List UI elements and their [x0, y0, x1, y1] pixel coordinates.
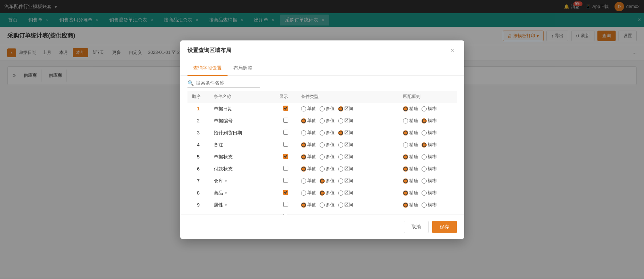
type-radio-多值[interactable]: [320, 166, 325, 172]
type-option-多值[interactable]: 多值: [320, 106, 335, 112]
type-option-单值[interactable]: 单值: [301, 130, 316, 136]
match-radio-精确[interactable]: [403, 178, 408, 184]
type-option-单值[interactable]: 单值: [301, 154, 316, 160]
match-radio-精确[interactable]: [403, 142, 408, 148]
match-option-精确[interactable]: 精确: [403, 154, 418, 160]
type-option-多值[interactable]: 多值: [320, 202, 335, 208]
type-radio-区间[interactable]: [338, 154, 343, 160]
type-option-多值[interactable]: 多值: [320, 130, 335, 136]
type-option-区间[interactable]: 区间: [338, 142, 353, 148]
type-option-单值[interactable]: 单值: [301, 178, 316, 184]
type-option-单值[interactable]: 单值: [301, 142, 316, 148]
match-option-模糊[interactable]: 模糊: [422, 178, 436, 184]
match-option-精确[interactable]: 精确: [403, 142, 418, 148]
show-checkbox[interactable]: [283, 106, 288, 111]
type-option-多值[interactable]: 多值: [320, 166, 335, 172]
type-option-单值[interactable]: 单值: [301, 118, 316, 124]
match-radio-模糊[interactable]: [422, 190, 427, 196]
type-radio-区间[interactable]: [338, 166, 343, 172]
match-option-精确[interactable]: 精确: [403, 202, 418, 208]
show-checkbox[interactable]: [283, 130, 288, 135]
show-checkbox[interactable]: [283, 142, 288, 147]
match-radio-精确[interactable]: [403, 166, 408, 172]
type-radio-多值[interactable]: [320, 178, 325, 184]
type-option-单值[interactable]: 单值: [301, 202, 316, 208]
match-radio-模糊[interactable]: [422, 203, 427, 208]
match-radio-精确[interactable]: [403, 203, 408, 208]
type-radio-多值[interactable]: [320, 154, 325, 160]
match-radio-模糊[interactable]: [422, 130, 427, 135]
type-radio-多值[interactable]: [320, 142, 325, 148]
type-radio-多值[interactable]: [320, 130, 325, 135]
match-option-模糊[interactable]: 模糊: [422, 154, 436, 160]
type-radio-区间[interactable]: [338, 203, 343, 208]
match-radio-精确[interactable]: [403, 154, 408, 160]
type-radio-区间[interactable]: [338, 118, 343, 123]
match-option-模糊[interactable]: 模糊: [422, 106, 436, 112]
type-radio-单值[interactable]: [301, 190, 306, 196]
match-radio-模糊[interactable]: [422, 118, 427, 123]
show-checkbox[interactable]: [283, 166, 288, 171]
cancel-button[interactable]: 取消: [404, 221, 428, 233]
match-option-模糊[interactable]: 模糊: [422, 166, 436, 172]
type-option-多值[interactable]: 多值: [320, 142, 335, 148]
type-radio-多值[interactable]: [320, 203, 325, 208]
match-radio-精确[interactable]: [403, 190, 408, 196]
tab-query-fields[interactable]: 查询字段设置: [187, 61, 228, 76]
match-option-精确[interactable]: 精确: [403, 130, 418, 136]
match-option-模糊[interactable]: 模糊: [422, 190, 436, 196]
dialog-close-button[interactable]: ×: [448, 46, 457, 55]
match-option-精确[interactable]: 精确: [403, 166, 418, 172]
search-input[interactable]: [196, 80, 254, 86]
show-checkbox[interactable]: [283, 154, 288, 159]
match-option-模糊[interactable]: 模糊: [422, 118, 436, 124]
type-option-单值[interactable]: 单值: [301, 190, 316, 196]
show-checkbox[interactable]: [283, 178, 288, 183]
type-option-区间[interactable]: 区间: [338, 178, 353, 184]
show-checkbox[interactable]: [283, 118, 288, 123]
type-radio-多值[interactable]: [320, 118, 325, 123]
type-radio-单值[interactable]: [301, 178, 306, 184]
match-option-模糊[interactable]: 模糊: [422, 202, 436, 208]
tab-layout[interactable]: 布局调整: [228, 61, 258, 76]
type-radio-单值[interactable]: [301, 166, 306, 172]
type-option-多值[interactable]: 多值: [320, 154, 335, 160]
type-radio-单值[interactable]: [301, 118, 306, 123]
type-option-区间[interactable]: 区间: [338, 154, 353, 160]
type-option-区间[interactable]: 区间: [338, 130, 353, 136]
type-radio-多值[interactable]: [320, 106, 325, 111]
show-checkbox[interactable]: [283, 202, 288, 207]
type-radio-区间[interactable]: [338, 178, 343, 184]
show-checkbox[interactable]: [283, 190, 288, 195]
match-radio-精确[interactable]: [403, 130, 408, 135]
type-option-区间[interactable]: 区间: [338, 202, 353, 208]
type-radio-多值[interactable]: [320, 190, 325, 196]
type-option-区间[interactable]: 区间: [338, 190, 353, 196]
type-option-区间[interactable]: 区间: [338, 118, 353, 124]
match-radio-精确[interactable]: [403, 118, 408, 123]
type-radio-单值[interactable]: [301, 203, 306, 208]
match-radio-模糊[interactable]: [422, 142, 427, 148]
type-option-多值[interactable]: 多值: [320, 118, 335, 124]
type-radio-区间[interactable]: [338, 142, 343, 148]
type-option-区间[interactable]: 区间: [338, 166, 353, 172]
match-option-模糊[interactable]: 模糊: [422, 130, 436, 136]
match-radio-模糊[interactable]: [422, 154, 427, 160]
match-option-模糊[interactable]: 模糊: [422, 142, 436, 148]
save-button[interactable]: 保存: [432, 221, 457, 233]
type-option-多值[interactable]: 多值: [320, 190, 335, 196]
match-option-精确[interactable]: 精确: [403, 190, 418, 196]
type-radio-区间[interactable]: [338, 106, 343, 111]
type-option-单值[interactable]: 单值: [301, 106, 316, 112]
match-radio-模糊[interactable]: [422, 166, 427, 172]
type-option-多值[interactable]: 多值: [320, 178, 335, 184]
type-radio-单值[interactable]: [301, 154, 306, 160]
type-radio-单值[interactable]: [301, 106, 306, 111]
match-radio-模糊[interactable]: [422, 178, 427, 184]
match-option-精确[interactable]: 精确: [403, 118, 418, 124]
match-option-精确[interactable]: 精确: [403, 106, 418, 112]
type-radio-单值[interactable]: [301, 142, 306, 148]
match-radio-精确[interactable]: [403, 106, 408, 111]
type-option-单值[interactable]: 单值: [301, 166, 316, 172]
match-radio-模糊[interactable]: [422, 106, 427, 111]
